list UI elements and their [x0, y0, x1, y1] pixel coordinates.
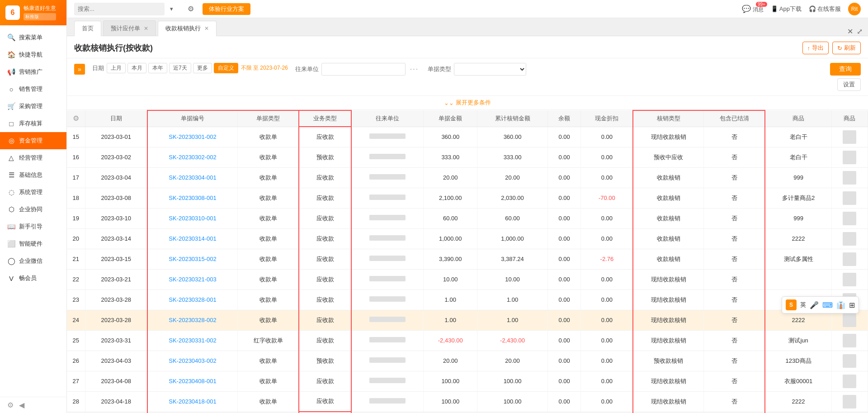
cell-product1: 老白干	[765, 127, 831, 147]
settings-gear-icon[interactable]: ⚙	[184, 3, 197, 15]
cell-doc-type: 收款单	[237, 391, 299, 412]
doc-no-link[interactable]: SK-20230301-002	[169, 133, 217, 140]
cell-biz-type: 预收款	[299, 351, 351, 371]
doc-no-link[interactable]: SK-20230315-002	[169, 256, 217, 262]
doc-no-link[interactable]: SK-20230304-001	[169, 174, 217, 181]
filter-settings-btn[interactable]: 设置	[837, 78, 861, 91]
settings-footer-icon[interactable]: ⚙	[7, 401, 14, 409]
collapse-icon[interactable]: ◀	[19, 401, 24, 409]
app-download-label: App下载	[779, 5, 802, 13]
ime-text-mode[interactable]: 英	[800, 301, 806, 309]
notification-badge[interactable]: 💬 99+ 消息	[742, 5, 764, 14]
doc-no-link[interactable]: SK-20230302-002	[169, 154, 217, 161]
sidebar-item-system[interactable]: ◌ 系统管理	[0, 184, 66, 201]
cell-doc-type: 收款单	[237, 269, 299, 290]
cell-product2	[831, 188, 868, 208]
date-more-btn[interactable]: 更多	[193, 63, 212, 73]
sidebar-item-wechat[interactable]: ◯ 企业微信	[0, 252, 66, 270]
doc-no-link[interactable]: SK-20230321-003	[169, 276, 217, 283]
cell-product1: 999	[765, 167, 831, 188]
sidebar-item-sales[interactable]: ○ 销售管理	[0, 81, 66, 98]
tab-write-off-close[interactable]: ✕	[204, 25, 209, 32]
doc-no-link[interactable]: SK-20230310-001	[169, 215, 217, 222]
cell-product1: 老白干	[765, 147, 831, 167]
export-btn[interactable]: ↑ 导出	[802, 42, 829, 54]
cell-product2	[831, 208, 868, 228]
sidebar-item-operations[interactable]: △ 经营管理	[0, 149, 66, 166]
sidebar-item-purchase[interactable]: 🛒 采购管理	[0, 98, 66, 115]
cell-seq: 26	[67, 351, 85, 371]
doc-no-link[interactable]: SK-20230331-002	[169, 337, 217, 344]
doc-no-link[interactable]: SK-20230418-001	[169, 398, 217, 405]
cell-doc-no: SK-20230328-001	[147, 290, 237, 310]
ime-voice-icon[interactable]: 🎤	[810, 301, 819, 309]
cell-partner	[351, 167, 423, 188]
tab-expand-icon[interactable]: ⤢	[857, 27, 863, 36]
tab-payable[interactable]: 预计应付单 ✕	[103, 20, 156, 36]
query-btn[interactable]: 查询	[830, 63, 861, 76]
doc-no-link[interactable]: SK-20230403-002	[169, 357, 217, 364]
sidebar-label-hardware: 智能硬件	[19, 240, 42, 248]
date-last-month-btn[interactable]: 上月	[107, 63, 126, 73]
doc-no-link[interactable]: SK-20230308-001	[169, 195, 217, 201]
online-service-link[interactable]: 🎧 在线客服	[809, 5, 841, 13]
doc-no-link[interactable]: SK-20230314-001	[169, 235, 217, 242]
sidebar-item-inventory[interactable]: □ 库存核算	[0, 115, 66, 132]
sidebar-item-guide[interactable]: 📖 新手引导	[0, 218, 66, 235]
cell-date: 2023-03-02	[85, 147, 147, 167]
date-this-year-btn[interactable]: 本年	[148, 63, 167, 73]
tab-home[interactable]: 首页	[74, 21, 101, 36]
expand-btn[interactable]: ⌄⌄ 展开更多条件	[444, 99, 491, 107]
sidebar-item-basic[interactable]: ☰ 基础信息	[0, 166, 66, 184]
cell-balance: 0.00	[547, 351, 581, 371]
cell-seq: 19	[67, 208, 85, 228]
cell-partner	[351, 290, 423, 310]
dropdown-arrow-icon[interactable]: ▾	[170, 5, 179, 14]
doctype-filter-select[interactable]	[454, 63, 526, 76]
cell-biz-type: 应收款	[299, 127, 351, 147]
sidebar-label-search: 搜索菜单	[19, 33, 42, 42]
cell-product2	[831, 147, 868, 167]
date-7days-btn[interactable]: 近7天	[169, 63, 191, 73]
sidebar-item-marketing[interactable]: 📢 营销推广	[0, 63, 66, 81]
cell-partner	[351, 208, 423, 228]
topbar-search-input[interactable]	[74, 3, 165, 15]
tab-payable-close[interactable]: ✕	[144, 25, 148, 32]
ime-keyboard-icon[interactable]: ⌨	[822, 301, 833, 309]
ime-grid-icon[interactable]: ⊞	[849, 301, 855, 309]
doc-no-link[interactable]: SK-20230328-001	[169, 296, 217, 303]
cell-write-off-amount: 2,030.00	[477, 188, 547, 208]
filter-toggle-btn[interactable]: »	[74, 64, 85, 75]
cell-doc-type: 收款单	[237, 290, 299, 310]
cell-seq: 21	[67, 249, 85, 269]
date-this-month-btn[interactable]: 本月	[127, 63, 146, 73]
data-table: ⚙ 日期 单据编号 单据类型 业务类型 往来单位 单据金额 累计核销金额 余额 …	[67, 110, 868, 413]
cell-amount: 360.00	[424, 127, 477, 147]
ime-shirt-icon[interactable]: 👔	[836, 301, 845, 309]
date-range-display: 不限 至 2023-07-26	[241, 64, 288, 72]
cell-balance: 0.00	[547, 391, 581, 412]
cell-balance: 0.00	[547, 147, 581, 167]
doc-no-link[interactable]: SK-20230408-001	[169, 378, 217, 385]
cell-doc-no: SK-20230321-003	[147, 269, 237, 290]
cell-amount: 2,100.00	[424, 188, 477, 208]
refresh-btn[interactable]: ↻ 刷新	[832, 42, 861, 54]
tab-close-all-icon[interactable]: ✕	[847, 27, 853, 36]
app-download-link[interactable]: 📱 App下载	[771, 5, 802, 13]
sidebar-item-hardware[interactable]: ⬜ 智能硬件	[0, 235, 66, 252]
sidebar-item-shortcuts[interactable]: 🏠 快捷导航	[0, 46, 66, 63]
sidebar-item-enterprise[interactable]: ⬡ 企业协同	[0, 201, 66, 218]
col-doc-type: 单据类型	[237, 110, 299, 127]
date-custom-btn[interactable]: 自定义	[214, 63, 238, 73]
sidebar-item-search[interactable]: 🔍 搜索菜单	[0, 29, 66, 46]
col-settings-icon[interactable]: ⚙	[73, 114, 79, 122]
tab-write-off[interactable]: 收款核销执行 ✕	[158, 21, 217, 36]
user-avatar[interactable]: Rit	[848, 3, 861, 15]
cell-seq: 16	[67, 147, 85, 167]
doc-no-link[interactable]: SK-20230328-002	[169, 317, 217, 323]
cell-amount: 100.00	[424, 391, 477, 412]
partner-filter-input[interactable]	[321, 63, 406, 76]
solution-btn[interactable]: 体验行业方案	[203, 3, 250, 15]
sidebar-item-finance[interactable]: ◎ 资金管理	[0, 132, 66, 149]
sidebar-item-member[interactable]: V 畅会员	[0, 270, 66, 287]
